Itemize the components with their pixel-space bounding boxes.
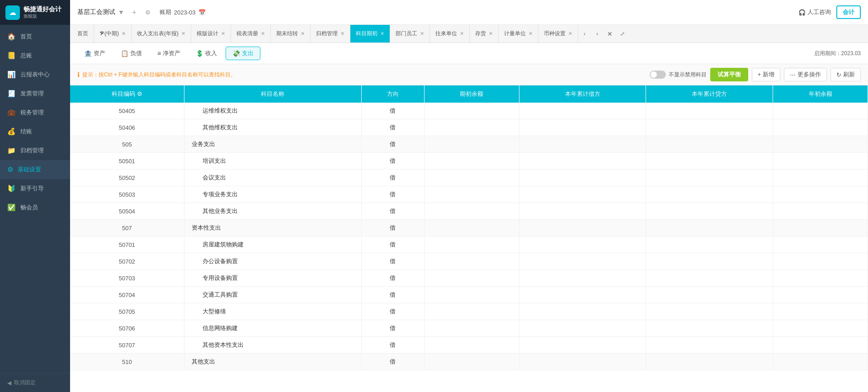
show-disabled-toggle[interactable] <box>650 71 666 79</box>
table-row[interactable]: 50707其他资本性支出借 <box>70 337 868 354</box>
calendar-icon[interactable]: 📅 <box>198 9 206 16</box>
sidebar-item-label: 畅会员 <box>20 203 38 212</box>
tab-currency[interactable]: 币种设置✕ <box>538 25 578 43</box>
tab-unit[interactable]: 计量单位✕ <box>499 25 538 43</box>
tab-close-icon[interactable]: ✕ <box>568 31 572 37</box>
sidebar-item-archive[interactable]: 📁 归档管理 <box>0 141 70 160</box>
sub-tab-net-asset[interactable]: ≡净资产 <box>151 47 187 60</box>
sub-tab-asset[interactable]: 🏦资产 <box>77 47 112 60</box>
tab-bs[interactable]: ፇ(中期)✕ <box>94 25 132 43</box>
sidebar-item-settings[interactable]: ⚙ 基础设置 <box>0 160 70 179</box>
cell-year_balance <box>773 287 868 303</box>
tabs-expand-button[interactable]: ⤢ <box>616 25 629 43</box>
tab-home[interactable]: 首页 <box>72 25 94 43</box>
cell-name: 交通工具购置 <box>184 287 361 303</box>
ledger-icon: 📒 <box>7 52 16 60</box>
sidebar-item-guide[interactable]: 🔰 新手引导 <box>0 179 70 198</box>
account-button[interactable]: 会计 <box>836 5 861 19</box>
sidebar-item-tax[interactable]: 💼 税务管理 <box>0 103 70 122</box>
refresh-label: 刷新 <box>843 71 855 79</box>
table-row[interactable]: 50701房屋建筑物购建借 <box>70 236 868 253</box>
column-settings-icon[interactable]: ⚙ <box>137 90 142 97</box>
toolbar: ℹ 提示：按Ctrl + F键并输入科目编码或者科目名称可以查找科目。 不显示禁… <box>70 64 868 85</box>
sidebar-item-member[interactable]: ✅ 畅会员 <box>0 198 70 217</box>
table-row[interactable]: 50501培训支出借 <box>70 153 868 170</box>
add-company-button[interactable]: ＋ <box>131 8 138 17</box>
table-row[interactable]: 50406其他维权支出借 <box>70 119 868 136</box>
sidebar-item-invoice[interactable]: 🧾 发票管理 <box>0 84 70 103</box>
liability-icon: 📋 <box>121 50 128 57</box>
more-button[interactable]: ⋯ 更多操作 <box>784 68 827 81</box>
tab-close-icon[interactable]: ✕ <box>380 31 384 37</box>
help-button[interactable]: 🎧 人工咨询 <box>798 8 831 16</box>
period-display: 账期 2023-03 📅 <box>160 8 206 16</box>
table-row[interactable]: 505业务支出借 <box>70 136 868 153</box>
hint-text: ℹ 提示：按Ctrl + F键并输入科目编码或者科目名称可以查找科目。 <box>77 71 236 79</box>
cell-name: 专用设备购置 <box>184 270 361 287</box>
cell-year_debit <box>519 220 646 236</box>
cell-year_credit <box>646 337 773 354</box>
cell-code: 50503 <box>70 186 184 203</box>
new-button[interactable]: + 新增 <box>752 68 780 81</box>
table-row[interactable]: 50504其他业务支出借 <box>70 203 868 220</box>
tab-close-icon[interactable]: ✕ <box>301 31 305 37</box>
table-row[interactable]: 50503专项业务支出借 <box>70 186 868 203</box>
tab-close-icon[interactable]: ✕ <box>420 31 424 37</box>
tab-period-end[interactable]: 期末结转✕ <box>271 25 311 43</box>
tab-stock[interactable]: 存货✕ <box>470 25 499 43</box>
sidebar-item-reports[interactable]: 📊 云报表中心 <box>0 65 70 84</box>
help-label: 人工咨询 <box>807 8 831 16</box>
cell-name: 其他支出 <box>184 354 361 370</box>
header-year_balance: 年初余额 <box>773 85 868 103</box>
cell-code: 510 <box>70 354 184 370</box>
table-row[interactable]: 50702办公设备购置借 <box>70 253 868 270</box>
cell-period_balance <box>424 203 519 220</box>
refresh-button[interactable]: ↻ 刷新 <box>830 68 861 81</box>
sidebar-logo-text: 畅捷通好会计 旗舰版 <box>24 5 61 19</box>
tab-close-icon[interactable]: ✕ <box>221 31 225 37</box>
sidebar-item-home[interactable]: 🏠 首页 <box>0 27 70 46</box>
cell-name: 办公设备购置 <box>184 253 361 270</box>
tab-close-icon[interactable]: ✕ <box>340 31 344 37</box>
tab-subject-init[interactable]: 科目期初✕ <box>350 25 390 43</box>
sidebar-item-ledger[interactable]: 📒 总账 <box>0 46 70 65</box>
toggle-container: 不显示禁用科目 <box>650 71 707 79</box>
tab-income[interactable]: 收入支出表(年报)✕ <box>132 25 191 43</box>
company-selector[interactable]: 基层工会测试 ▼ <box>77 8 127 16</box>
table-row[interactable]: 510其他支出借 <box>70 354 868 370</box>
company-settings-icon[interactable]: ⚙ <box>145 9 151 16</box>
tab-archive-mgmt[interactable]: 归档管理✕ <box>311 25 350 43</box>
cell-direction: 借 <box>361 236 424 253</box>
table-row[interactable]: 50705大型修缮借 <box>70 303 868 320</box>
sidebar-footer[interactable]: ◀ 取消固定 <box>0 373 70 392</box>
tab-taxsheet[interactable]: 税表清册✕ <box>231 25 271 43</box>
table-row[interactable]: 50502会议支出借 <box>70 170 868 186</box>
table-row[interactable]: 50704交通工具购置借 <box>70 287 868 303</box>
sidebar-item-label: 新手引导 <box>20 184 44 193</box>
sub-tab-expenditure[interactable]: 💸支出 <box>226 47 260 60</box>
tab-close-icon[interactable]: ✕ <box>181 31 185 37</box>
tabs-next-button[interactable]: › <box>591 25 604 43</box>
tabs-close-all-button[interactable]: ✕ <box>604 25 616 43</box>
table-row[interactable]: 50703专用设备购置借 <box>70 270 868 287</box>
sub-tab-liability[interactable]: 📋负债 <box>114 47 149 60</box>
cell-direction: 借 <box>361 136 424 153</box>
tabs-prev-button[interactable]: ‹ <box>578 25 591 43</box>
sidebar-item-settle[interactable]: 💰 结账 <box>0 122 70 141</box>
sub-tab-income2[interactable]: 💲收入 <box>189 47 224 60</box>
tab-close-icon[interactable]: ✕ <box>261 31 265 37</box>
tab-partner[interactable]: 往来单位✕ <box>430 25 470 43</box>
table-row[interactable]: 507资本性支出借 <box>70 220 868 236</box>
tab-close-icon[interactable]: ✕ <box>489 31 493 37</box>
member-icon: ✅ <box>7 203 16 212</box>
table-row[interactable]: 50706信息网络购建借 <box>70 320 868 337</box>
tab-template[interactable]: 模版设计✕ <box>191 25 231 43</box>
cell-year_credit <box>646 119 773 136</box>
balance-button[interactable]: 试算平衡 <box>710 68 748 81</box>
tab-close-icon[interactable]: ✕ <box>122 31 126 37</box>
tab-dept[interactable]: 部门员工✕ <box>390 25 430 43</box>
table-row[interactable]: 50405运维维权支出借 <box>70 103 868 119</box>
cell-period_balance <box>424 287 519 303</box>
tab-close-icon[interactable]: ✕ <box>528 31 533 37</box>
tab-close-icon[interactable]: ✕ <box>460 31 464 37</box>
